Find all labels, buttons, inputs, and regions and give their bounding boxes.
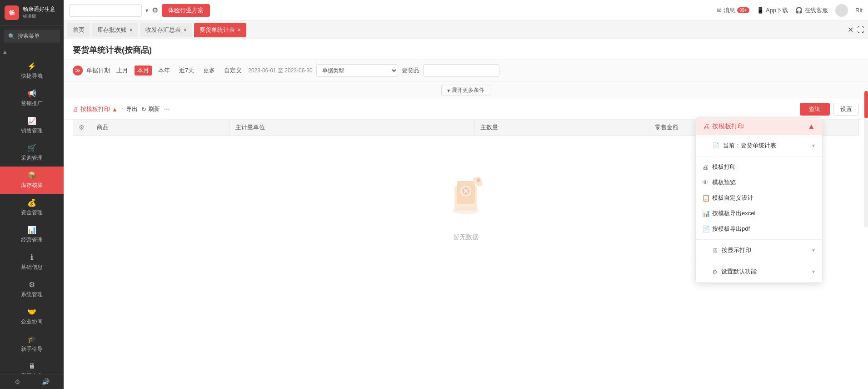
- template-design-item[interactable]: 📋 模板自定义设计: [696, 190, 822, 206]
- tab-summary-close[interactable]: ×: [184, 27, 187, 33]
- audio-button[interactable]: 🔊: [42, 378, 50, 385]
- template-print-icon: 🖨: [702, 163, 708, 171]
- filter-expand-icon-button[interactable]: ≫: [73, 66, 83, 76]
- tab-order-stats[interactable]: 要货单统计表 ×: [194, 23, 246, 37]
- display-print-arrow: ▾: [812, 247, 815, 253]
- topbar-dropdown-button[interactable]: ▾: [145, 7, 148, 14]
- print-dropdown-close-button[interactable]: ▲: [808, 122, 815, 131]
- finance-label: 资金管理: [21, 209, 43, 217]
- topbar: ▾ ⚙ 体验行业方案 ✉ 消息 99+ 📱 App下载 🎧 在线客服 Rit: [64, 0, 868, 21]
- quick-nav-icon: ⚡: [27, 62, 36, 71]
- guide-label: 新手引导: [21, 345, 43, 353]
- user-avatar[interactable]: [835, 4, 848, 17]
- column-settings-button[interactable]: ⚙: [79, 124, 85, 131]
- date-label: 单据日期: [86, 66, 110, 75]
- sidebar-item-sales[interactable]: 📈 销售管理: [0, 112, 64, 139]
- col-unit-label: 主计量单位: [235, 124, 265, 131]
- sidebar-item-inventory[interactable]: 📦 库存核算: [0, 167, 64, 194]
- collab-icon: 🤝: [27, 308, 36, 316]
- print-label: 按模板打印: [80, 105, 110, 113]
- refresh-icon: ↻: [141, 106, 146, 113]
- template-design-icon: 📋: [702, 194, 710, 202]
- refresh-button[interactable]: ↻ 刷新: [141, 105, 160, 113]
- settings-bottom-button[interactable]: ⚙: [15, 378, 20, 385]
- tab-close-all-button[interactable]: ✕: [848, 25, 853, 34]
- search-menu-label: 搜索菜单: [18, 32, 40, 40]
- settings-button[interactable]: 设置: [833, 103, 859, 116]
- date-this-year-button[interactable]: 本年: [155, 66, 173, 76]
- sidebar-item-guide[interactable]: 🎓 新手引导: [0, 330, 64, 358]
- default-func-label: 设置默认功能: [721, 268, 757, 276]
- tab-inventory-batch-close[interactable]: ×: [130, 27, 133, 33]
- tabbar-right: ✕ ⛶: [848, 25, 864, 34]
- sidebar-item-finance[interactable]: 💰 资金管理: [0, 194, 64, 221]
- message-icon: ✉: [717, 7, 722, 14]
- sidebar-item-operations[interactable]: 📊 经营管理: [0, 221, 64, 248]
- export-label: 导出: [126, 105, 138, 113]
- more-options-button[interactable]: ···: [164, 105, 170, 113]
- sidebar-item-appstore[interactable]: 🖥 应用中心: [0, 358, 64, 374]
- query-button[interactable]: 查询: [800, 103, 830, 116]
- message-item[interactable]: ✉ 消息 99+: [717, 6, 749, 15]
- sidebar-item-marketing[interactable]: 📢 营销推广: [0, 85, 64, 112]
- sidebar-item-collab[interactable]: 🤝 企业协同: [0, 303, 64, 330]
- tabbar: 首页 库存批次账 × 收发存汇总表 × 要货单统计表 × ✕ ⛶: [64, 21, 868, 39]
- collab-label: 企业协同: [21, 318, 43, 326]
- print-options-section: 🖨 模板打印 👁 模板预览 📋 模板自定义设计 📊 按模板导出excel: [696, 157, 822, 240]
- app-download-item[interactable]: 📱 App下载: [757, 6, 788, 15]
- search-menu-button[interactable]: 🔍 搜索菜单: [4, 30, 60, 43]
- sidebar-item-purchase[interactable]: 🛒 采购管理: [0, 139, 64, 167]
- print-template-button[interactable]: 🖨 按模板打印 ▲: [73, 105, 118, 113]
- tab-home-label: 首页: [73, 26, 85, 34]
- template-print-label: 模板打印: [712, 163, 736, 171]
- table-col-product: 商品: [91, 120, 230, 136]
- tab-summary-label: 收发存汇总表: [145, 26, 181, 34]
- date-current-month-button[interactable]: 本月: [135, 66, 152, 76]
- date-prev-month-button[interactable]: 上月: [114, 66, 131, 76]
- table-col-settings: ⚙: [73, 120, 91, 136]
- template-print-item[interactable]: 🖨 模板打印: [696, 159, 822, 175]
- type-select[interactable]: 单据类型: [316, 64, 398, 77]
- purchase-icon: 🛒: [27, 144, 36, 152]
- date-7days-button[interactable]: 近7天: [176, 66, 197, 76]
- svg-point-7: [477, 178, 480, 182]
- sidebar-item-system[interactable]: ⚙ 系统管理: [0, 276, 64, 303]
- template-export-pdf-item[interactable]: 📄 按模板导出pdf: [696, 221, 822, 237]
- scroll-up-button[interactable]: ▲: [0, 46, 10, 57]
- item-filter-input[interactable]: [423, 64, 499, 77]
- print-dropdown-title: 🖨 按模板打印: [703, 122, 744, 131]
- sidebar-logo: 畅 畅康通好生意 标准版: [0, 0, 64, 26]
- tab-order-stats-close[interactable]: ×: [238, 27, 241, 33]
- system-icon: ⚙: [29, 280, 35, 289]
- expand-more-button[interactable]: ▾ 展开更多条件: [441, 85, 490, 96]
- sidebar: 畅 畅康通好生意 标准版 🔍 搜索菜单 ▲ ⚡ 快捷导航 📢 营销推广 📈 销售…: [0, 0, 64, 389]
- online-service-label: 在线客服: [804, 6, 828, 15]
- template-preview-item[interactable]: 👁 模板预览: [696, 175, 822, 190]
- current-template-item[interactable]: 📄 当前：要货单统计表 ▾: [696, 138, 822, 153]
- trial-button[interactable]: 体验行业方案: [162, 4, 210, 17]
- tab-inventory-batch[interactable]: 库存批次账 ×: [92, 23, 138, 37]
- template-export-excel-item[interactable]: 📊 按模板导出excel: [696, 206, 822, 221]
- date-custom-button[interactable]: 自定义: [221, 66, 244, 76]
- tab-expand-button[interactable]: ⛶: [857, 26, 864, 34]
- message-label: 消息: [723, 6, 735, 15]
- default-func-item[interactable]: ⚙ 设置默认功能 ▾: [696, 264, 822, 279]
- date-more-button[interactable]: 更多: [200, 66, 218, 76]
- topbar-search-input[interactable]: [69, 4, 142, 17]
- online-service-item[interactable]: 🎧 在线客服: [795, 6, 828, 15]
- sidebar-item-quick-nav[interactable]: ⚡ 快捷导航: [0, 57, 64, 85]
- template-preview-icon: 👁: [702, 179, 708, 186]
- display-print-item[interactable]: 🖥 按显示打印 ▾: [696, 242, 822, 258]
- expand-more-label: 展开更多条件: [452, 86, 484, 94]
- tab-home[interactable]: 首页: [67, 23, 90, 37]
- right-scrollbar[interactable]: [864, 91, 868, 227]
- tab-summary[interactable]: 收发存汇总表 ×: [140, 23, 192, 37]
- main-area: ▾ ⚙ 体验行业方案 ✉ 消息 99+ 📱 App下载 🎧 在线客服 Rit 首…: [64, 0, 868, 389]
- app-name: 畅康通好生意: [23, 6, 55, 13]
- topbar-settings-button[interactable]: ⚙: [152, 6, 158, 15]
- export-icon: ↑: [121, 106, 125, 113]
- scrollbar-thumb: [864, 91, 868, 118]
- export-button[interactable]: ↑ 导出: [121, 105, 138, 113]
- expand-more-icon: ▾: [447, 87, 450, 94]
- sidebar-item-basic-info[interactable]: ℹ 基础信息: [0, 248, 64, 276]
